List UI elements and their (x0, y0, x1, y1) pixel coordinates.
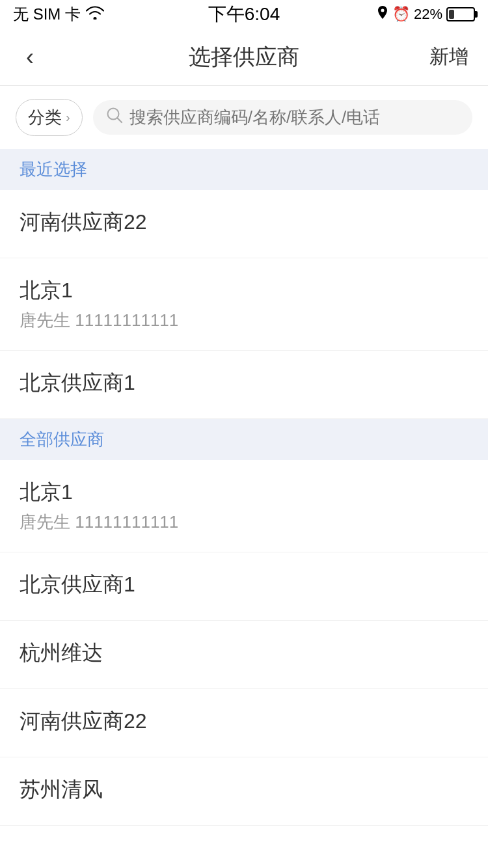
wifi-icon (86, 5, 104, 23)
all-list: 北京1唐先生 11111111111北京供应商1杭州维达河南供应商22苏州清风 (0, 460, 488, 826)
all-section-header: 全部供应商 (0, 419, 488, 460)
svg-line-1 (117, 118, 122, 123)
status-left: 无 SIM 卡 (13, 4, 104, 25)
all-list-item[interactable]: 北京1唐先生 11111111111 (0, 460, 488, 552)
all-list-item[interactable]: 河南供应商22 (0, 689, 488, 757)
status-bar: 无 SIM 卡 下午6:04 ⏰ 22% (0, 0, 488, 29)
item-name: 北京供应商1 (20, 571, 468, 599)
all-section-label: 全部供应商 (20, 429, 104, 449)
category-label: 分类 (28, 106, 62, 129)
item-name: 北京1 (20, 277, 468, 305)
item-name: 河南供应商22 (20, 208, 468, 237)
search-icon (106, 107, 123, 128)
chevron-right-icon: › (66, 110, 70, 125)
status-time: 下午6:04 (208, 2, 280, 27)
item-name: 苏州清风 (20, 776, 468, 804)
recent-list-item[interactable]: 河南供应商22 (0, 190, 488, 258)
battery-icon (446, 7, 475, 21)
item-name: 河南供应商22 (20, 707, 468, 736)
recent-section-header: 最近选择 (0, 149, 488, 190)
item-contact: 唐先生 11111111111 (20, 511, 468, 534)
battery-pct: 22% (414, 6, 442, 23)
recent-list-item[interactable]: 北京1唐先生 11111111111 (0, 258, 488, 351)
category-button[interactable]: 分类 › (16, 99, 83, 136)
page-title: 选择供应商 (189, 42, 299, 72)
alarm-icon: ⏰ (392, 6, 410, 23)
search-input[interactable] (129, 107, 459, 128)
item-name: 杭州维达 (20, 639, 468, 668)
recent-list-item[interactable]: 北京供应商1 (0, 351, 488, 419)
no-sim-text: 无 SIM 卡 (13, 4, 81, 25)
status-right: ⏰ 22% (377, 5, 475, 23)
add-button[interactable]: 新增 (429, 44, 468, 70)
all-list-item[interactable]: 杭州维达 (0, 621, 488, 689)
all-list-item[interactable]: 北京供应商1 (0, 552, 488, 621)
search-input-wrap (93, 100, 472, 135)
back-button[interactable]: ‹ (20, 37, 40, 77)
item-name: 北京供应商1 (20, 369, 468, 398)
item-contact: 唐先生 11111111111 (20, 309, 468, 332)
search-bar: 分类 › (0, 86, 488, 149)
recent-section-label: 最近选择 (20, 159, 87, 179)
recent-list: 河南供应商22北京1唐先生 11111111111北京供应商1 (0, 190, 488, 419)
location-icon (377, 5, 388, 23)
item-name: 北京1 (20, 478, 468, 507)
nav-bar: ‹ 选择供应商 新增 (0, 29, 488, 86)
all-list-item[interactable]: 苏州清风 (0, 757, 488, 826)
